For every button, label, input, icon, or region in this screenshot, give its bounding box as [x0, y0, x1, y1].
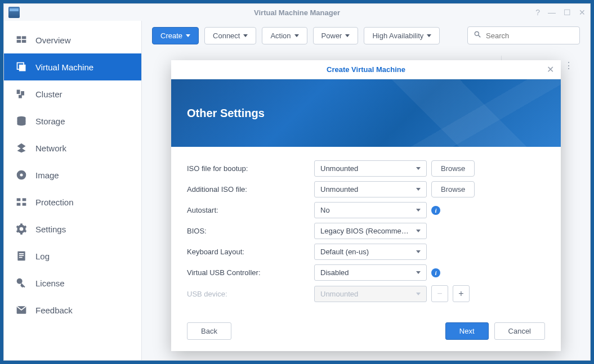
titlebar: Virtual Machine Manager ? — ☐ ✕	[4, 4, 590, 21]
feedback-icon	[15, 304, 28, 316]
sidebar-item-settings[interactable]: Settings	[4, 215, 141, 242]
svg-point-20	[17, 278, 23, 284]
modal-overlay: Create Virtual Machine ✕ Other Settings …	[142, 21, 590, 360]
sidebar-item-virtual-machine[interactable]: Virtual Machine	[4, 53, 141, 80]
remove-usb-button: −	[431, 285, 448, 302]
license-icon	[15, 277, 28, 289]
svg-rect-14	[17, 203, 21, 206]
maximize-icon[interactable]: ☐	[564, 8, 571, 17]
app-window: Virtual Machine Manager ? — ☐ ✕ Overview…	[3, 3, 591, 361]
sidebar-item-label: License	[35, 278, 65, 288]
modal-header: Other Settings	[171, 79, 561, 147]
vm-icon	[15, 61, 28, 73]
app-icon	[8, 7, 20, 18]
main-area: Create Connect Action Power High Availab…	[142, 21, 590, 360]
label-usb-ctrl: Virtual USB Controller:	[187, 268, 314, 277]
sidebar-item-label: Settings	[35, 224, 66, 234]
sidebar-item-label: Network	[35, 143, 66, 153]
select-keyboard[interactable]: Default (en-us)	[314, 244, 427, 260]
help-icon[interactable]: ?	[535, 8, 540, 17]
svg-rect-3	[22, 40, 26, 43]
label-iso-add: Additional ISO file:	[187, 185, 314, 194]
network-icon	[15, 142, 28, 154]
label-bios: BIOS:	[187, 227, 314, 235]
svg-rect-12	[17, 198, 21, 201]
sidebar-item-image[interactable]: Image	[4, 161, 141, 188]
sidebar-item-label: Log	[35, 251, 50, 261]
select-iso-add[interactable]: Unmounted	[314, 181, 427, 197]
sidebar-item-protection[interactable]: Protection	[4, 188, 141, 215]
svg-point-11	[20, 174, 23, 177]
sidebar-item-label: Storage	[35, 116, 65, 126]
app-title: Virtual Machine Manager	[254, 8, 340, 17]
create-vm-modal: Create Virtual Machine ✕ Other Settings …	[171, 60, 561, 351]
browse-iso-boot-button[interactable]: Browse	[431, 160, 475, 177]
svg-rect-19	[19, 257, 23, 258]
modal-subtitle: Other Settings	[187, 107, 265, 120]
chevron-down-icon	[416, 271, 421, 274]
label-keyboard: Keyboard Layout:	[187, 248, 314, 256]
sidebar-item-label: Virtual Machine	[35, 62, 93, 72]
svg-rect-1	[22, 36, 26, 39]
sidebar-item-label: Cluster	[35, 89, 62, 99]
svg-rect-0	[17, 36, 21, 39]
select-bios[interactable]: Legacy BIOS (Recommended)	[314, 223, 427, 239]
protection-icon	[15, 196, 28, 208]
chevron-down-icon	[416, 209, 421, 212]
select-autostart[interactable]: No	[314, 202, 427, 218]
chevron-down-icon	[416, 293, 421, 295]
svg-rect-6	[17, 90, 20, 95]
sidebar-item-label: Image	[35, 170, 59, 180]
sidebar-item-label: Overview	[35, 35, 71, 45]
modal-footer: Back Next Cancel	[171, 312, 561, 351]
select-usb-dev: Unmounted	[314, 286, 427, 302]
svg-rect-15	[23, 203, 26, 206]
svg-rect-17	[19, 253, 24, 254]
label-autostart: Autostart:	[187, 206, 314, 214]
sidebar-item-label: Feedback	[35, 305, 73, 315]
minimize-icon[interactable]: —	[548, 8, 556, 17]
add-usb-button[interactable]: +	[453, 285, 470, 302]
sidebar-item-log[interactable]: Log	[4, 242, 141, 269]
sidebar-item-label: Protection	[35, 197, 74, 207]
sidebar-item-feedback[interactable]: Feedback	[4, 296, 141, 323]
label-usb-dev: USB device:	[187, 290, 314, 298]
select-usb-ctrl[interactable]: Disabled	[314, 264, 427, 281]
chevron-down-icon	[416, 230, 421, 232]
back-button[interactable]: Back	[187, 322, 231, 340]
label-iso-boot: ISO file for bootup:	[187, 164, 314, 173]
overview-icon	[15, 34, 28, 46]
browse-iso-add-button[interactable]: Browse	[431, 181, 475, 197]
svg-rect-18	[19, 255, 24, 256]
sidebar-item-storage[interactable]: Storage	[4, 107, 141, 134]
next-button[interactable]: Next	[445, 322, 489, 340]
cluster-icon	[15, 88, 28, 100]
sidebar-item-overview[interactable]: Overview	[4, 26, 141, 53]
svg-rect-5	[19, 65, 26, 71]
chevron-down-icon	[416, 188, 421, 191]
log-icon	[15, 250, 28, 262]
image-icon	[15, 169, 28, 181]
svg-rect-7	[21, 91, 24, 96]
modal-body: ISO file for bootup: Unmounted Browse Ad…	[171, 147, 561, 312]
sidebar-item-network[interactable]: Network	[4, 134, 141, 161]
svg-rect-13	[23, 198, 26, 201]
storage-icon	[15, 115, 28, 127]
modal-title: Create Virtual Machine	[327, 65, 405, 74]
sidebar-item-license[interactable]: License	[4, 269, 141, 296]
svg-rect-8	[19, 95, 22, 98]
chevron-down-icon	[416, 167, 421, 170]
close-icon[interactable]: ✕	[547, 64, 554, 75]
modal-titlebar: Create Virtual Machine ✕	[171, 60, 561, 79]
svg-rect-2	[17, 40, 21, 43]
info-icon[interactable]: i	[431, 268, 440, 277]
close-window-icon[interactable]: ✕	[579, 8, 586, 17]
info-icon[interactable]: i	[431, 206, 440, 215]
select-iso-boot[interactable]: Unmounted	[314, 160, 427, 177]
sidebar-item-cluster[interactable]: Cluster	[4, 80, 141, 107]
settings-icon	[15, 223, 28, 235]
sidebar: Overview Virtual Machine Cluster Storage…	[4, 21, 142, 360]
cancel-button[interactable]: Cancel	[494, 322, 545, 340]
chevron-down-icon	[416, 250, 421, 253]
